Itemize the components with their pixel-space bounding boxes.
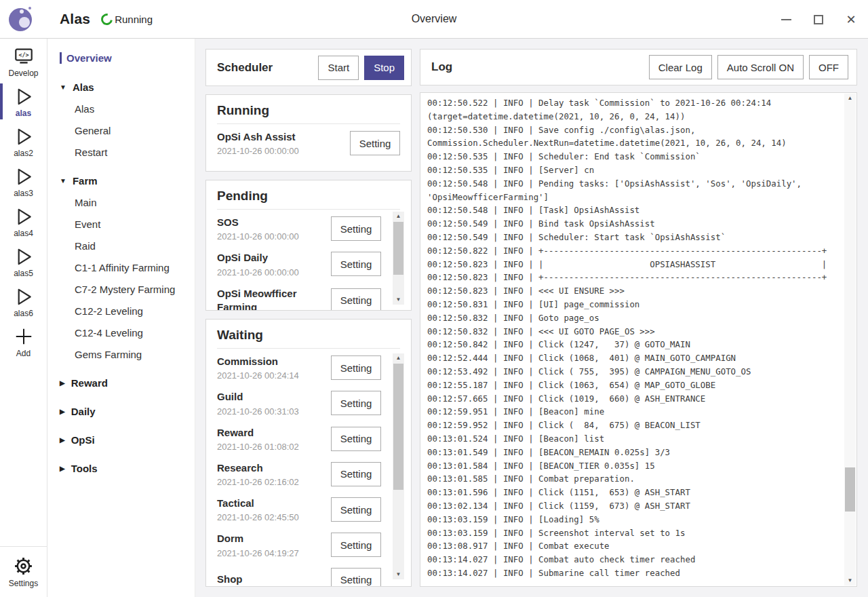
task-next-run-time: 2021-10-26 02:45:50 xyxy=(217,512,331,522)
plus-icon xyxy=(14,325,34,348)
sidebar-item-alas5[interactable]: alas5 xyxy=(0,242,47,282)
task-row-research: Research2021-10-26 02:16:02Setting xyxy=(217,457,381,492)
log-line: 00:12:50.548 | INFO | Pending tasks: ['O… xyxy=(427,177,837,204)
sidebar-item-settings[interactable]: Settings xyxy=(0,552,47,590)
nav-group-alas[interactable]: ▼Alas xyxy=(60,81,195,93)
sidebar-item-develop[interactable]: </>Develop xyxy=(0,41,47,81)
maximize-button[interactable] xyxy=(811,12,826,27)
nav-item-c12-2-leveling[interactable]: C12-2 Leveling xyxy=(75,305,195,317)
nav-group-daily[interactable]: ▶Daily xyxy=(60,406,195,417)
task-row-opsi-meowfficer-farming: OpSi Meowfficer FarmingSetting xyxy=(217,282,381,311)
setting-button[interactable]: Setting xyxy=(331,288,381,311)
nav-group-farm[interactable]: ▼Farm xyxy=(60,175,195,187)
nav-group-reward[interactable]: ▶Reward xyxy=(60,377,195,389)
scroll-down-icon[interactable]: ▼ xyxy=(393,570,404,579)
nav-item-main[interactable]: Main xyxy=(75,197,195,208)
sidebar-item-label: alas2 xyxy=(14,149,33,158)
sidebar-item-alas3[interactable]: alas3 xyxy=(0,161,47,201)
scrollbar-thumb[interactable] xyxy=(845,467,855,512)
auto-scroll-on-button[interactable]: Auto Scroll ON xyxy=(717,55,804,79)
task-name: Research xyxy=(217,461,331,475)
setting-button[interactable]: Setting xyxy=(331,533,381,557)
title-bar: Alas Running Overview ✕ xyxy=(0,0,868,39)
log-header-panel: Log Clear Log Auto Scroll ON OFF xyxy=(420,49,857,85)
log-line: 00:12:50.549 | INFO | Bind task OpsiAshA… xyxy=(427,217,837,231)
setting-button[interactable]: Setting xyxy=(331,355,381,380)
scroll-up-icon[interactable]: ▲ xyxy=(393,353,404,363)
nav-item-alas[interactable]: Alas xyxy=(75,103,195,115)
nav-item-c7-2-mystery-farming[interactable]: C7-2 Mystery Farming xyxy=(75,284,195,295)
start-button[interactable]: Start xyxy=(318,56,359,80)
nav-item-c12-4-leveling[interactable]: C12-4 Leveling xyxy=(75,327,195,339)
setting-button[interactable]: Setting xyxy=(331,391,381,415)
log-line: 00:12:59.952 | INFO | Click ( 84, 675) @… xyxy=(427,419,837,432)
task-row-opsi-daily: OpSi Daily2021-10-26 00:00:00Setting xyxy=(217,246,381,282)
nav-item-raid[interactable]: Raid xyxy=(75,240,195,252)
setting-button[interactable]: Setting xyxy=(331,497,381,522)
setting-button[interactable]: Setting xyxy=(331,462,381,486)
nav-item-event[interactable]: Event xyxy=(75,218,195,230)
setting-button[interactable]: Setting xyxy=(331,427,381,451)
develop-icon: </> xyxy=(14,45,34,68)
pending-heading: Pending xyxy=(217,189,400,210)
sidebar-item-alas6[interactable]: alas6 xyxy=(0,282,47,322)
log-line: 00:13:01.549 | INFO | [BEACON_REMAIN 0.0… xyxy=(427,446,837,459)
scrollbar-thumb[interactable] xyxy=(393,222,403,275)
waiting-scrollbar[interactable]: ▲ ▼ xyxy=(393,353,404,579)
scrollbar-thumb[interactable] xyxy=(393,364,403,490)
log-line: 00:12:50.522 | INFO | Delay task `Commis… xyxy=(427,96,837,123)
nav-item-overview[interactable]: Overview xyxy=(60,52,112,64)
clear-log-button[interactable]: Clear Log xyxy=(649,55,712,79)
task-row-tactical: Tactical2021-10-26 02:45:50Setting xyxy=(217,492,381,527)
nav-item-c1-1-affinity-farming[interactable]: C1-1 Affinity Farming xyxy=(75,262,195,273)
play-icon xyxy=(13,125,34,148)
log-line: 00:13:01.584 | INFO | [BEACON_TIER 0.035… xyxy=(427,459,837,473)
scroll-up-icon[interactable]: ▲ xyxy=(844,94,856,103)
setting-button[interactable]: Setting xyxy=(331,216,381,241)
sidebar-item-alas4[interactable]: alas4 xyxy=(0,201,47,242)
waiting-heading: Waiting xyxy=(217,328,400,349)
log-line: 00:12:50.530 | INFO | Save config ./conf… xyxy=(427,123,837,151)
task-name: Tactical xyxy=(217,497,331,510)
log-line: 00:13:14.027 | INFO | Submarine call tim… xyxy=(427,566,837,580)
triangle-right-icon: ▶ xyxy=(60,379,65,387)
nav-group-opsi[interactable]: ▶OpSi xyxy=(60,434,195,446)
nav-item-general[interactable]: General xyxy=(75,125,195,136)
task-name: OpSi Daily xyxy=(217,251,331,265)
log-scrollbar[interactable]: ▲ ▼ xyxy=(844,94,856,585)
log-panel[interactable]: 00:12:50.522 | INFO | Delay task `Commis… xyxy=(420,92,857,587)
log-line: 00:12:50.535 | INFO | Scheduler: End tas… xyxy=(427,150,837,163)
log-line: 00:13:01.596 | INFO | Click (1151, 653) … xyxy=(427,486,837,499)
task-next-run-time: 2021-10-26 00:24:14 xyxy=(217,370,331,381)
sidebar-item-add[interactable]: Add xyxy=(0,322,47,362)
task-row-guild: Guild2021-10-26 00:31:03Setting xyxy=(217,385,381,421)
auto-scroll-off-button[interactable]: OFF xyxy=(809,55,848,79)
sidebar-item-label: alas3 xyxy=(14,189,33,198)
minimize-button[interactable] xyxy=(778,12,793,27)
sidebar-item-alas[interactable]: alas xyxy=(0,81,47,121)
task-row-reward: Reward2021-10-26 01:08:02Setting xyxy=(217,421,381,457)
scroll-up-icon[interactable]: ▲ xyxy=(393,212,404,221)
stop-button[interactable]: Stop xyxy=(364,56,404,80)
nav-group-tools[interactable]: ▶Tools xyxy=(60,463,195,474)
scroll-down-icon[interactable]: ▼ xyxy=(393,295,404,305)
main-content: Scheduler Start Stop Running OpSi Ash As… xyxy=(195,39,868,597)
app-logo-icon xyxy=(7,5,35,33)
log-line: 00:12:50.823 | INFO | | OPSIASHASSIST | xyxy=(427,258,837,271)
sidebar-item-label: Settings xyxy=(9,579,38,588)
sidebar-item-label: Add xyxy=(16,349,31,358)
setting-button[interactable]: Setting xyxy=(350,131,400,155)
log-line: 00:12:57.665 | INFO | Click (1019, 660) … xyxy=(427,392,837,406)
close-button[interactable]: ✕ xyxy=(844,12,859,27)
sidebar-item-alas2[interactable]: alas2 xyxy=(0,121,47,161)
pending-scrollbar[interactable]: ▲ ▼ xyxy=(393,212,404,305)
task-info: Reward2021-10-26 01:08:02 xyxy=(217,426,331,452)
task-name: Commission xyxy=(217,355,331,368)
scroll-down-icon[interactable]: ▼ xyxy=(844,576,856,585)
nav-item-restart[interactable]: Restart xyxy=(75,147,195,158)
setting-button[interactable]: Setting xyxy=(331,252,381,276)
nav-item-gems-farming[interactable]: Gems Farming xyxy=(75,349,195,360)
log-line: 00:13:14.027 | INFO | Combat auto check … xyxy=(427,553,837,566)
maximize-icon xyxy=(814,15,823,24)
setting-button[interactable]: Setting xyxy=(331,568,381,588)
